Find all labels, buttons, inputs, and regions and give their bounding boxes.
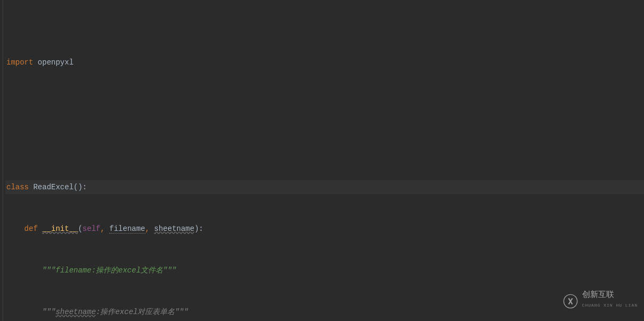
docstring: """sheetname:操作excel对应表单名""" <box>42 308 188 316</box>
keyword-class: class <box>6 183 29 191</box>
colon: : <box>83 183 87 191</box>
class-name: ReadExcel <box>33 183 74 191</box>
parentheses: () <box>74 183 83 191</box>
param: sheetname <box>154 224 194 233</box>
method-name: __init__ <box>42 224 78 233</box>
code-line[interactable] <box>5 97 644 111</box>
code-line[interactable]: """sheetname:操作excel对应表单名""" <box>5 305 644 319</box>
param-self: self <box>83 224 101 233</box>
indent-guide <box>0 0 3 321</box>
code-line[interactable]: import openpyxl <box>5 55 644 69</box>
keyword-import: import <box>6 58 33 67</box>
module-name: openpyxl <box>38 58 74 67</box>
docstring: """filename:操作的excel文件名""" <box>42 266 176 275</box>
param: filename <box>109 224 145 234</box>
code-editor[interactable]: import openpyxl class ReadExcel(): def _… <box>0 0 644 321</box>
code-line[interactable] <box>5 139 644 153</box>
code-line[interactable]: def __init__(self, filename, sheetname): <box>5 222 644 236</box>
keyword-def: def <box>25 224 38 233</box>
code-line[interactable]: """filename:操作的excel文件名""" <box>5 263 644 277</box>
code-line-highlighted[interactable]: class ReadExcel(): <box>5 180 644 194</box>
